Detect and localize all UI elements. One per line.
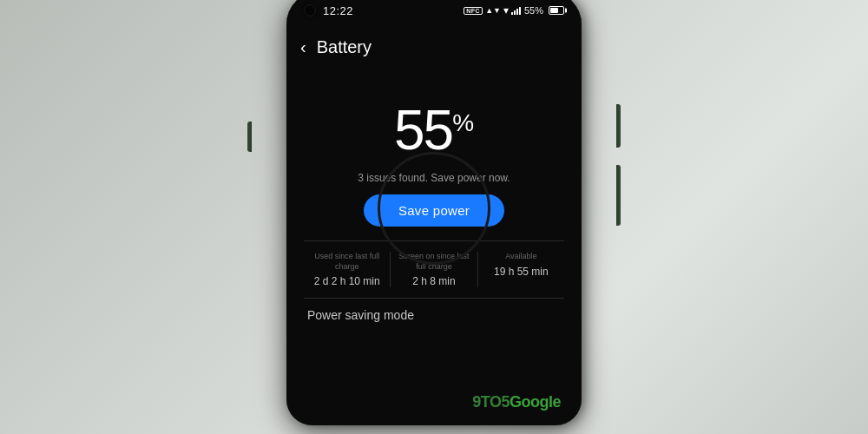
battery-fill — [550, 8, 558, 13]
stat-value-used: 2 d 2 h 10 min — [314, 275, 380, 287]
battery-icon-small — [549, 6, 564, 15]
scene: 12:22 NFC ▲▼ ▾ — [0, 0, 868, 434]
power-button — [616, 104, 621, 148]
battery-arc — [378, 152, 490, 265]
status-bar: 12:22 NFC ▲▼ ▾ — [286, 0, 582, 26]
phone-frame: 12:22 NFC ▲▼ ▾ — [286, 0, 582, 425]
watermark-suffix: Google — [510, 393, 561, 411]
camera-hole — [304, 4, 316, 16]
signal-bar-3 — [516, 9, 518, 15]
volume-button — [616, 165, 621, 226]
phone-wrapper: 12:22 NFC ▲▼ ▾ — [252, 0, 616, 434]
screen: 12:22 NFC ▲▼ ▾ — [286, 0, 582, 425]
stat-available: Available 19 h 55 min — [478, 252, 564, 287]
power-saving-label: Power saving mode — [307, 308, 414, 322]
stat-value-available: 19 h 55 min — [494, 266, 549, 278]
stat-used-since-charge: Used since last full charge 2 d 2 h 10 m… — [304, 252, 391, 287]
signal-bar-4 — [519, 7, 521, 15]
stat-label-available: Available — [505, 252, 536, 262]
signal-bar-2 — [514, 10, 516, 15]
status-icons: NFC ▲▼ ▾ — [464, 4, 521, 16]
stat-value-screen: 2 h 8 min — [412, 275, 455, 287]
app-bar: ‹ Battery — [286, 26, 582, 68]
watermark: 9TO5Google — [472, 393, 561, 411]
battery-percentage-value: 55 — [394, 102, 452, 158]
content: 55 % 3 issues found. Save power now. Sav… — [286, 68, 582, 337]
battery-percentage-symbol: % — [452, 109, 474, 137]
battery-percentage-display: 55 % — [394, 85, 474, 172]
battery-status-text: 55% — [524, 5, 543, 16]
signal-icon — [511, 6, 521, 15]
power-saving-section: Power saving mode — [304, 298, 564, 323]
status-left: 12:22 — [304, 4, 353, 17]
left-button — [247, 122, 252, 152]
page-title: Battery — [317, 37, 372, 57]
status-time: 12:22 — [323, 4, 353, 17]
nfc-icon: NFC — [464, 7, 483, 15]
back-button[interactable]: ‹ — [300, 37, 306, 57]
wifi-icon: ▾ — [503, 4, 509, 16]
stat-label-used: Used since last full charge — [307, 252, 386, 272]
data-icon: ▲▼ — [485, 6, 501, 15]
watermark-prefix: 9TO5 — [472, 393, 510, 411]
status-right: NFC ▲▼ ▾ — [464, 4, 564, 16]
signal-bar-1 — [511, 12, 513, 15]
